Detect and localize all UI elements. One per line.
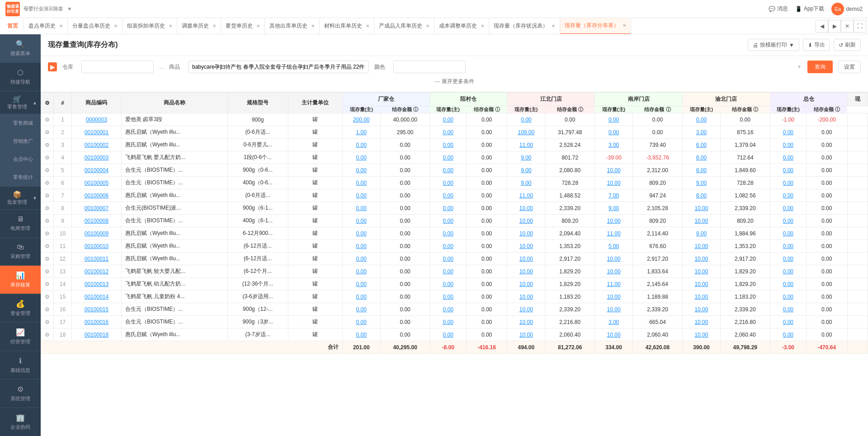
td-jb-qty[interactable]: 11.00: [507, 139, 545, 151]
tab-purchase-order[interactable]: 要货单历史 ✕: [221, 18, 265, 34]
td-jb-qty[interactable]: 10.00: [507, 278, 545, 291]
td-na-qty[interactable]: 9.00: [595, 202, 633, 215]
td-settings[interactable]: ⚙: [41, 164, 54, 177]
td-code[interactable]: 00100016: [72, 316, 122, 328]
tab-split-stocktake[interactable]: 分量盘点单历史 ✕: [68, 18, 123, 34]
td-f-qty[interactable]: 0.00: [342, 240, 380, 253]
td-v-qty[interactable]: 0.00: [430, 240, 466, 253]
tab-product-in[interactable]: 产成品入库单历史 ✕: [374, 18, 434, 34]
td-settings[interactable]: ⚙: [41, 240, 54, 253]
td-code[interactable]: 00100003: [72, 151, 122, 164]
tab-close-icon[interactable]: ✕: [212, 23, 216, 28]
td-f-qty[interactable]: 1.00: [342, 126, 380, 139]
tab-stocktake[interactable]: 盘点单历史 ✕: [24, 18, 68, 34]
td-t-qty[interactable]: -1.00: [770, 113, 806, 126]
td-jb-qty[interactable]: 10.00: [507, 253, 545, 265]
td-jb-qty[interactable]: 109.00: [507, 126, 545, 139]
td-yb-qty[interactable]: 10.00: [682, 215, 720, 227]
tab-close-icon[interactable]: ✕: [169, 23, 172, 28]
td-yb-qty[interactable]: 6.00: [682, 139, 720, 151]
tab-transfer[interactable]: 调拨单历史 ✕: [177, 18, 221, 34]
app-download-btn[interactable]: 📱 App下载: [795, 5, 824, 13]
td-code[interactable]: 00100001: [72, 126, 122, 139]
td-settings[interactable]: ⚙: [41, 202, 54, 215]
sidebar-item-basic[interactable]: ℹ 基础信息: [0, 351, 41, 380]
td-yb-qty[interactable]: 10.00: [682, 278, 720, 291]
query-btn[interactable]: 查询: [807, 61, 833, 73]
td-v-qty[interactable]: 0.00: [430, 189, 466, 202]
td-v-qty[interactable]: 0.00: [430, 227, 466, 240]
td-f-qty[interactable]: 0.00: [342, 215, 380, 227]
tab-close-icon[interactable]: ✕: [552, 23, 555, 28]
td-v-qty[interactable]: 0.00: [430, 202, 466, 215]
tab-close-icon[interactable]: ✕: [114, 23, 118, 28]
td-yb-qty[interactable]: 3.00: [682, 126, 720, 139]
td-f-qty[interactable]: 200.00: [342, 113, 380, 126]
td-v-qty[interactable]: 0.00: [430, 126, 466, 139]
td-yb-qty[interactable]: 8.00: [682, 151, 720, 164]
td-t-qty[interactable]: 0.00: [770, 189, 806, 202]
user-menu[interactable]: Ea demo2: [831, 3, 863, 15]
td-t-qty[interactable]: 0.00: [770, 240, 806, 253]
td-settings[interactable]: ⚙: [41, 215, 54, 227]
sidebar-item-finance[interactable]: 💰 资金管理: [0, 294, 41, 323]
tab-stock-dist[interactable]: 现存量（库存分布表）✕: [560, 18, 631, 34]
td-code[interactable]: 00100010: [72, 240, 122, 253]
td-v-qty[interactable]: 0.00: [430, 265, 466, 278]
td-na-qty[interactable]: 11.00: [595, 278, 633, 291]
print-btn[interactable]: 🖨 按模板打印 ▼: [748, 39, 799, 51]
color-input[interactable]: [393, 61, 466, 73]
td-jb-qty[interactable]: 10.00: [507, 215, 545, 227]
td-yb-qty[interactable]: 10.00: [682, 316, 720, 328]
td-settings[interactable]: ⚙: [41, 265, 54, 278]
td-code[interactable]: 00100012: [72, 265, 122, 278]
td-v-qty[interactable]: 0.00: [430, 303, 466, 316]
td-v-qty[interactable]: 0.00: [430, 151, 466, 164]
color-dropdown-icon[interactable]: ▼: [797, 64, 802, 70]
td-f-qty[interactable]: 0.00: [342, 265, 380, 278]
sidebar-item-system[interactable]: ⚙ 系统管理: [0, 380, 41, 408]
td-code[interactable]: 00100006: [72, 189, 122, 202]
th-settings[interactable]: ⚙: [41, 93, 54, 113]
td-yb-qty[interactable]: 0.00: [682, 113, 720, 126]
td-na-qty[interactable]: 10.00: [595, 215, 633, 227]
td-f-qty[interactable]: 0.00: [342, 202, 380, 215]
td-yb-qty[interactable]: 9.00: [682, 177, 720, 189]
tab-assembly[interactable]: 组装拆卸单历史 ✕: [123, 18, 177, 34]
td-t-qty[interactable]: 0.00: [770, 215, 806, 227]
sidebar-item-marketing[interactable]: 营销推广: [0, 132, 41, 150]
warehouse-dots[interactable]: ...: [159, 64, 164, 70]
td-na-qty[interactable]: 10.00: [595, 291, 633, 303]
td-code[interactable]: 00100002: [72, 139, 122, 151]
tab-close-all-btn[interactable]: ✕: [841, 20, 854, 33]
td-yb-qty[interactable]: 8.00: [682, 189, 720, 202]
td-yb-qty[interactable]: 10.00: [682, 202, 720, 215]
td-code[interactable]: 00100013: [72, 278, 122, 291]
td-na-qty[interactable]: 3.00: [595, 139, 633, 151]
td-yb-qty[interactable]: 10.00: [682, 291, 720, 303]
setting-btn[interactable]: 设置: [838, 61, 861, 73]
td-na-qty[interactable]: 10.00: [595, 265, 633, 278]
td-f-qty[interactable]: 0.00: [342, 139, 380, 151]
td-na-qty[interactable]: 0.00: [595, 113, 633, 126]
sidebar-item-search[interactable]: 🔍 搜索英单: [0, 34, 41, 63]
td-t-qty[interactable]: 0.00: [770, 177, 806, 189]
tab-material-out[interactable]: 材料出库单历史 ✕: [320, 18, 374, 34]
td-settings[interactable]: ⚙: [41, 328, 54, 341]
td-na-qty[interactable]: 10.00: [595, 303, 633, 316]
td-jb-qty[interactable]: 9.00: [507, 151, 545, 164]
td-v-qty[interactable]: 0.00: [430, 139, 466, 151]
td-t-qty[interactable]: 0.00: [770, 291, 806, 303]
td-na-qty[interactable]: -39.00: [595, 151, 633, 164]
td-settings[interactable]: ⚙: [41, 303, 54, 316]
td-v-qty[interactable]: 0.00: [430, 278, 466, 291]
td-t-qty[interactable]: 0.00: [770, 265, 806, 278]
td-code[interactable]: 0000003: [72, 113, 122, 126]
td-v-qty[interactable]: 0.00: [430, 177, 466, 189]
td-settings[interactable]: ⚙: [41, 227, 54, 240]
warehouse-input[interactable]: [81, 61, 154, 73]
td-jb-qty[interactable]: 10.00: [507, 265, 545, 278]
tab-home[interactable]: 首页: [2, 18, 24, 34]
sidebar-item-retail-mgmt[interactable]: 🛒 零售管理 ▲: [0, 91, 41, 114]
sidebar-item-ecommerce[interactable]: 🖥 电商管理: [0, 210, 41, 238]
